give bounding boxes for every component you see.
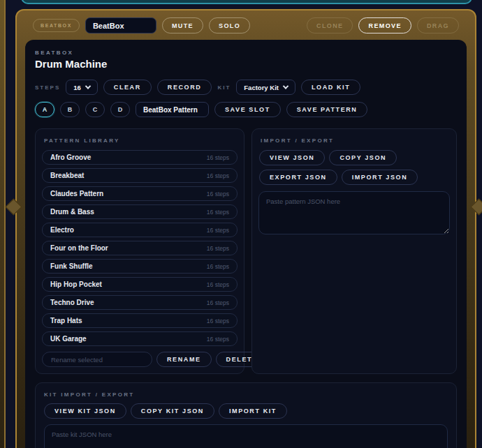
kit-select-value: Factory Kit (244, 84, 279, 91)
import-export-panel: IMPORT / EXPORT VIEW JSON COPY JSON EXPO… (251, 128, 457, 374)
pattern-steps: 16 steps (207, 281, 229, 288)
slot-b-button[interactable]: B (60, 102, 80, 117)
pattern-library-panel: PATTERN LIBRARY Afro Groove 16 steps Bre… (35, 128, 244, 374)
pattern-list-item[interactable]: Techno Drive 16 steps (42, 295, 238, 310)
view-json-button[interactable]: VIEW JSON (259, 150, 325, 165)
pattern-steps: 16 steps (207, 336, 229, 343)
track-name-input[interactable] (85, 17, 156, 33)
beatbox-track-panel: BEATBOX MUTE SOLO CLONE REMOVE DRAG BEAT… (15, 9, 476, 448)
pattern-list-item[interactable]: Four on the Floor 16 steps (42, 241, 238, 255)
machine-eyebrow: BEATBOX (35, 50, 457, 56)
rename-input[interactable] (42, 352, 152, 367)
machine-title: Drum Machine (35, 58, 457, 70)
kit-import-export-header: KIT IMPORT / EXPORT (44, 391, 448, 398)
pattern-steps: 16 steps (207, 172, 229, 179)
rack-view: BEATBOX MUTE SOLO CLONE REMOVE DRAG BEAT… (0, 0, 482, 448)
previous-track-remnant (21, 0, 472, 4)
copy-kit-json-button[interactable]: COPY KIT JSON (131, 403, 214, 419)
pattern-library-header: PATTERN LIBRARY (44, 137, 235, 144)
pattern-steps: 16 steps (207, 227, 229, 234)
record-button[interactable]: RECORD (157, 80, 212, 95)
panels-columns: PATTERN LIBRARY Afro Groove 16 steps Bre… (35, 128, 457, 374)
kit-import-export-panel: KIT IMPORT / EXPORT VIEW KIT JSON COPY K… (35, 382, 457, 448)
pattern-name: Drum & Bass (50, 208, 94, 216)
chevron-down-icon (283, 83, 289, 89)
kit-select[interactable]: Factory Kit (236, 80, 295, 95)
steps-select-value: 16 (73, 84, 81, 91)
pattern-steps: 16 steps (207, 154, 229, 161)
pattern-list-item[interactable]: UK Garage 16 steps (42, 331, 238, 346)
pattern-name: Afro Groove (50, 154, 91, 161)
kit-label: KIT (217, 84, 231, 91)
pattern-name-input[interactable] (136, 102, 209, 117)
pattern-list-item[interactable]: Funk Shuffle 16 steps (42, 259, 238, 274)
pattern-list-item[interactable]: Drum & Bass 16 steps (42, 204, 238, 219)
pattern-name: Techno Drive (50, 299, 94, 306)
pattern-steps: 16 steps (207, 299, 229, 306)
slot-c-button[interactable]: C (85, 102, 105, 117)
drum-machine-body: BEATBOX Drum Machine STEPS 16 CLEAR RECO… (25, 40, 467, 448)
chevron-down-icon (85, 83, 91, 89)
pattern-list-item[interactable]: Afro Groove 16 steps (42, 150, 238, 165)
slot-d-button[interactable]: D (110, 102, 130, 117)
clone-button[interactable]: CLONE (307, 17, 353, 33)
copy-json-button[interactable]: COPY JSON (329, 150, 397, 165)
pattern-name: Trap Hats (50, 317, 82, 324)
controls-row: STEPS 16 CLEAR RECORD KIT Factory Kit LO… (35, 80, 457, 95)
slots-row: A B C D SAVE SLOT SAVE PATTERN (35, 102, 457, 117)
pattern-list-item[interactable]: Trap Hats 16 steps (42, 313, 238, 328)
pattern-list-item[interactable]: Hip Hop Pocket 16 steps (42, 277, 238, 292)
import-json-button[interactable]: IMPORT JSON (342, 170, 418, 185)
view-kit-json-button[interactable]: VIEW KIT JSON (44, 403, 126, 419)
pattern-list-item[interactable]: Breakbeat 16 steps (42, 168, 238, 183)
import-export-header: IMPORT / EXPORT (261, 137, 448, 144)
load-kit-button[interactable]: LOAD KIT (301, 80, 360, 95)
mute-button[interactable]: MUTE (162, 17, 203, 33)
drag-handle-button[interactable]: DRAG (417, 17, 459, 33)
pattern-name: Electro (50, 226, 74, 234)
rename-row: RENAME DELETE (42, 352, 238, 367)
save-slot-button[interactable]: SAVE SLOT (214, 102, 281, 117)
pattern-name: Funk Shuffle (50, 262, 93, 270)
pattern-list-item[interactable]: Electro 16 steps (42, 223, 238, 237)
steps-select[interactable]: 16 (66, 80, 98, 95)
import-export-buttons: VIEW JSON COPY JSON EXPORT JSON IMPORT J… (259, 150, 449, 185)
pattern-name: Claudes Pattern (50, 190, 103, 197)
save-pattern-button[interactable]: SAVE PATTERN (286, 102, 368, 117)
pattern-steps: 16 steps (207, 318, 229, 324)
remove-button[interactable]: REMOVE (358, 17, 411, 33)
pattern-name: Breakbeat (50, 172, 84, 179)
track-header: BEATBOX MUTE SOLO CLONE REMOVE DRAG (17, 10, 475, 40)
solo-button[interactable]: SOLO (209, 17, 250, 33)
pattern-json-textarea[interactable] (258, 191, 450, 234)
pattern-name: Hip Hop Pocket (50, 281, 102, 288)
steps-label: STEPS (35, 84, 60, 91)
slot-a-button[interactable]: A (35, 102, 54, 117)
clear-button[interactable]: CLEAR (103, 80, 152, 95)
import-kit-button[interactable]: IMPORT KIT (219, 403, 287, 419)
pattern-steps: 16 steps (207, 209, 229, 216)
pattern-steps: 16 steps (207, 245, 229, 252)
rename-button[interactable]: RENAME (156, 352, 212, 367)
kit-import-export-buttons: VIEW KIT JSON COPY KIT JSON IMPORT KIT (44, 403, 448, 419)
kit-json-textarea[interactable] (44, 424, 448, 448)
adjacent-rack-edge (0, 0, 6, 448)
export-json-button[interactable]: EXPORT JSON (259, 170, 337, 185)
pattern-list-item[interactable]: Claudes Pattern 16 steps (42, 186, 238, 201)
pattern-steps: 16 steps (207, 191, 229, 197)
pattern-steps: 16 steps (207, 263, 229, 270)
pattern-name: UK Garage (50, 335, 87, 343)
track-type-badge: BEATBOX (33, 19, 80, 32)
pattern-name: Four on the Floor (50, 244, 108, 252)
